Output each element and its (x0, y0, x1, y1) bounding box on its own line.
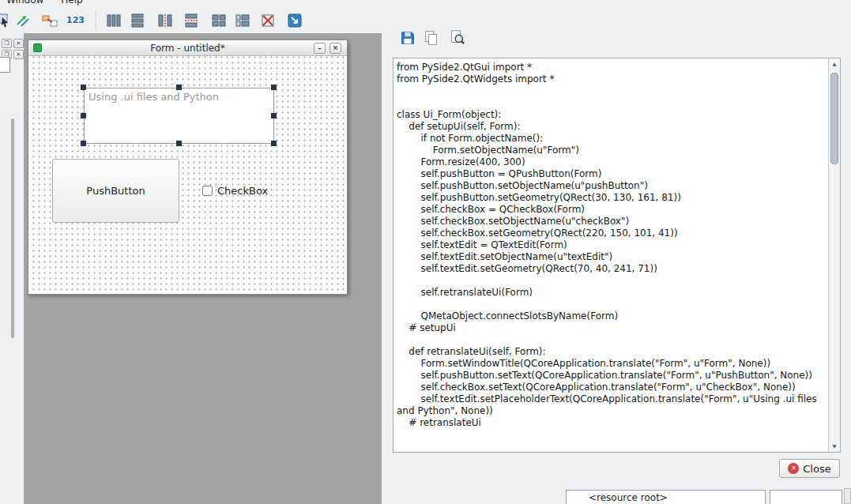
resource-panel-fragment (770, 490, 842, 504)
code-line: def retranslateUi(self, Form): (397, 346, 827, 358)
selection-handle-top-left[interactable] (81, 85, 86, 90)
code-view[interactable]: from PySide2.QtGui import * from PySide2… (393, 58, 841, 453)
selection-handle-top-right[interactable] (271, 85, 277, 90)
code-line: self.textEdit = QTextEdit(Form) (397, 239, 827, 251)
selection-handle-mid-right[interactable] (271, 113, 277, 118)
scrollbar-thumb[interactable] (830, 73, 838, 164)
code-line: self.checkBox = QCheckBox(Form) (397, 204, 827, 216)
code-preview-dialog: from PySide2.QtGui import * from PySide2… (382, 0, 851, 487)
code-line: Form.setWindowTitle(QCoreApplication.tra… (397, 358, 827, 370)
checkbox-indicator[interactable] (202, 186, 213, 196)
selection-handle-bottom-right[interactable] (271, 141, 277, 146)
selection-handle-mid-left[interactable] (81, 113, 86, 118)
edit-tab-order-icon[interactable]: 123 (66, 12, 84, 29)
code-line (397, 97, 827, 109)
dialog-close-button[interactable]: ✕ Close (779, 459, 840, 478)
code-line (397, 299, 827, 310)
form-canvas[interactable]: Using .ui files and Python PushButton Ch… (28, 56, 347, 294)
menu-window[interactable]: Window (6, 0, 43, 6)
code-line: QMetaObject.connectSlotsByName(Form) (397, 310, 827, 322)
scroll-up-icon[interactable]: ▲ (829, 58, 840, 70)
code-line: # retranslateUi (397, 417, 827, 429)
edit-signals-slots-icon[interactable] (14, 12, 32, 29)
dock-float-icon[interactable]: ❐ (2, 39, 12, 48)
code-line: self.pushButton.setGeometry(QRect(30, 13… (397, 192, 827, 204)
code-line: Form.resize(400, 300) (397, 156, 827, 168)
code-line: self.textEdit.setObjectName(u"textEdit") (397, 251, 827, 263)
layout-in-form-layout-icon[interactable] (234, 12, 251, 29)
code-line: # setupUi (397, 322, 827, 334)
dock-close-icon[interactable]: ✕ (13, 50, 24, 59)
selection-handle-bottom-left[interactable] (81, 141, 86, 146)
textedit-widget[interactable]: Using .ui files and Python (84, 88, 274, 144)
form-designer-window[interactable]: Form - untitled* - ✕ Using .ui files and… (28, 39, 348, 295)
find-icon[interactable] (449, 29, 466, 47)
form-window-title: Form - untitled* (28, 43, 347, 54)
save-icon[interactable] (399, 29, 416, 47)
selection-handle-bottom-center[interactable] (176, 141, 182, 146)
checkbox-widget[interactable]: CheckBox (202, 175, 282, 207)
code-line: self.textEdit.setGeometry(QRect(70, 40, … (397, 263, 827, 275)
layout-horizontally-icon[interactable] (105, 12, 122, 29)
toolbar-separator (96, 11, 96, 30)
layout-vertically-in-splitter-icon[interactable] (183, 12, 200, 29)
code-line: from PySide2.QtWidgets import * (397, 73, 827, 85)
selection-handle-top-center[interactable] (176, 85, 182, 90)
code-line: self.textEdit.setPlaceholderText(QCoreAp… (397, 393, 827, 405)
code-line: if not Form.objectName(): (397, 133, 827, 145)
adjust-size-icon[interactable] (286, 12, 303, 29)
widget-box-scrollbar[interactable] (11, 118, 14, 338)
close-button-label: Close (803, 463, 830, 475)
form-window-titlebar[interactable]: Form - untitled* - ✕ (28, 40, 347, 56)
resource-root-item[interactable]: <resource root> (566, 490, 766, 504)
code-text: from PySide2.QtGui import * from PySide2… (397, 62, 827, 450)
widget-box-filter-input[interactable] (0, 57, 10, 73)
code-line: self.checkBox.setGeometry(QRect(220, 150… (397, 228, 827, 239)
code-line: self.pushButton.setObjectName(u"pushButt… (397, 180, 827, 192)
layout-in-grid-icon[interactable] (210, 12, 228, 29)
break-layout-icon[interactable] (259, 12, 277, 29)
checkbox-label: CheckBox (217, 185, 268, 197)
minimize-button[interactable]: - (314, 43, 326, 54)
dock-close-icon[interactable]: ✕ (13, 39, 24, 48)
code-line: def setupUi(self, Form): (397, 121, 827, 133)
code-line (397, 334, 827, 346)
close-button[interactable]: ✕ (329, 43, 341, 54)
code-line: self.checkBox.setObjectName(u"checkBox") (397, 216, 827, 228)
edit-widgets-icon[interactable] (0, 12, 12, 29)
code-line (397, 275, 827, 287)
pushbutton-widget[interactable]: PushButton (52, 159, 179, 223)
code-line: self.pushButton.setText(QCoreApplication… (397, 370, 827, 382)
pushbutton-label: PushButton (86, 185, 145, 197)
code-line (397, 85, 827, 97)
copy-icon[interactable] (423, 29, 440, 47)
code-line: Form.setObjectName(u"Form") (397, 145, 827, 156)
code-line: class Ui_Form(object): (397, 109, 827, 121)
code-line: self.pushButton = QPushButton(Form) (397, 168, 827, 180)
resource-scrollbar[interactable] (844, 488, 851, 504)
qt-designer-window: Window Help 123 (0, 0, 851, 504)
code-line: self.retranslateUi(Form) (397, 287, 827, 299)
close-circle-icon: ✕ (788, 463, 799, 474)
scroll-down-icon[interactable]: ▼ (829, 441, 840, 452)
code-line: and Python", None)) (397, 405, 827, 417)
code-scrollbar[interactable]: ▲ ▼ (828, 58, 840, 452)
layout-vertically-icon[interactable] (129, 12, 146, 29)
code-line: from PySide2.QtGui import * (397, 62, 827, 73)
edit-buddies-icon[interactable] (41, 12, 58, 29)
layout-horizontally-in-splitter-icon[interactable] (156, 12, 174, 29)
code-line: self.checkBox.setText(QCoreApplication.t… (397, 382, 827, 393)
menu-help[interactable]: Help (61, 0, 82, 6)
textedit-placeholder: Using .ui files and Python (88, 91, 219, 103)
